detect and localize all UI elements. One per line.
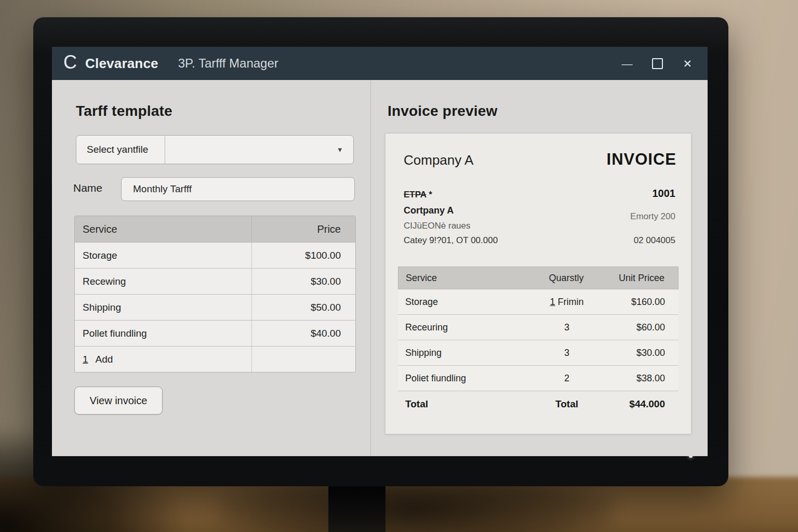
invoice-preview-card: Company A INVOICE ETPA * Cortpany A CIJü… <box>385 133 691 434</box>
unit-price-cell: $60.00 <box>601 322 679 333</box>
price-cell[interactable]: $50.00 <box>251 295 355 320</box>
add-icon: 1 <box>83 354 88 365</box>
invoice-preview-heading: Invoice preview <box>388 103 498 119</box>
price-cell[interactable]: $30.00 <box>251 269 355 294</box>
title-bar: C Clevarance 3P. Tarfff Manager — ✕ <box>52 47 708 80</box>
invoice-total-row: Total Total $44.000 <box>398 391 679 417</box>
name-input[interactable] <box>121 177 355 201</box>
invoice-table-header: Service Quarstly Unit Pricee <box>398 267 679 289</box>
service-cell[interactable]: Pollet fiundling <box>75 328 251 339</box>
quantity-column-header: Quarstly <box>533 273 600 284</box>
table-row[interactable]: Recewing $30.00 <box>75 268 355 294</box>
app-title: 3P. Tarfff Manager <box>178 56 278 71</box>
invoice-line: Storage 1 Frimin $160.00 <box>398 289 679 315</box>
unit-price-cell: $38.00 <box>601 373 679 384</box>
invoice-from-line3: CIJüEONè raues <box>404 221 471 231</box>
quantity-cell: 1 Frimin <box>533 297 601 308</box>
tariff-template-heading: Tarff template <box>76 103 172 119</box>
view-invoice-button[interactable]: View invoice <box>74 387 163 415</box>
invoice-meta-line3: 02 004005 <box>634 235 675 246</box>
service-cell[interactable]: Shipping <box>75 302 251 313</box>
table-row[interactable]: Shipping $50.00 <box>75 294 355 320</box>
minimize-button[interactable]: — <box>621 58 632 69</box>
total-value: $44.000 <box>601 398 679 410</box>
service-cell: Shipping <box>398 348 533 358</box>
invoice-number: 1001 <box>653 188 676 200</box>
total-label: Total <box>398 398 533 410</box>
invoice-line: Receuring 3 $60.00 <box>398 315 679 340</box>
select-label: Select yantfile <box>76 144 165 155</box>
quantity-text: 2 <box>564 373 569 383</box>
from-line1-text: ETPA <box>404 190 426 200</box>
add-row[interactable]: 1Add <box>75 346 355 372</box>
total-mid-label: Total <box>533 398 601 410</box>
price-cell[interactable]: $40.00 <box>251 321 355 346</box>
invoice-from-line1: ETPA * <box>404 190 432 200</box>
unit-price-column-header: Unit Pricee <box>600 273 678 284</box>
select-separator <box>165 136 165 164</box>
app-window: C Clevarance 3P. Tarfff Manager — ✕ Tarf… <box>52 47 708 456</box>
invoice-doc-title: INVOICE <box>607 150 676 169</box>
service-cell: Storage <box>398 297 533 308</box>
invoice-meta-line2: Emorty 200 <box>630 211 675 222</box>
chevron-down-icon: ▾ <box>338 145 353 154</box>
name-label: Name <box>73 182 102 194</box>
quantity-text: 3 <box>564 348 569 358</box>
maximize-button[interactable] <box>652 58 663 69</box>
add-label: Add <box>96 354 113 365</box>
price-column-header: Price <box>251 216 355 242</box>
window-controls: — ✕ <box>621 58 692 69</box>
add-row-content[interactable]: 1Add <box>75 354 251 365</box>
quantity-cell: 3 <box>533 348 601 358</box>
invoice-from-line2: Cortpany A <box>404 205 454 216</box>
price-cell-empty[interactable] <box>251 347 355 372</box>
table-header-row: Service Price <box>75 216 355 242</box>
quantity-text: Frimin <box>555 297 584 307</box>
tariff-services-table: Service Price Storage $100.00 Recewing $… <box>74 216 356 373</box>
service-cell: Poliet fiundling <box>398 373 533 384</box>
asterisk-mark: * <box>426 190 432 200</box>
monitor-shadow <box>218 483 613 532</box>
service-cell: Receuring <box>398 322 533 333</box>
unit-price-cell: $30.00 <box>601 348 679 358</box>
table-row[interactable]: Storage $100.00 <box>75 242 355 268</box>
monitor-stand <box>328 485 385 532</box>
service-cell[interactable]: Storage <box>75 250 251 261</box>
quantity-text: 3 <box>564 322 569 332</box>
quantity-cell: 3 <box>533 322 601 333</box>
close-button[interactable]: ✕ <box>683 58 692 69</box>
panel-divider <box>370 80 371 456</box>
app-body: Tarff template Select yantfile ▾ Name Se… <box>52 80 708 456</box>
invoice-line: Shipping 3 $30.00 <box>398 340 679 366</box>
app-brand: Clevarance <box>85 56 158 72</box>
app-logo-icon: C <box>63 53 77 72</box>
invoice-from-line4: Catey 9!?01, OT 00.000 <box>404 235 498 246</box>
tariff-file-select[interactable]: Select yantfile ▾ <box>76 135 354 164</box>
invoice-company-name: Company A <box>404 152 473 168</box>
service-column-header: Service <box>398 273 533 284</box>
service-cell[interactable]: Recewing <box>75 276 251 287</box>
invoice-line: Poliet fiundling 2 $38.00 <box>398 366 679 391</box>
quantity-cell: 2 <box>533 373 601 384</box>
price-cell[interactable]: $100.00 <box>251 243 355 268</box>
unit-price-cell: $160.00 <box>601 297 679 308</box>
quantity-link: 1 <box>550 297 555 307</box>
service-column-header: Service <box>75 223 251 235</box>
table-row[interactable]: Pollet fiundling $40.00 <box>75 320 355 346</box>
invoice-lines-table: Service Quarstly Unit Pricee Storage 1 F… <box>398 267 679 417</box>
